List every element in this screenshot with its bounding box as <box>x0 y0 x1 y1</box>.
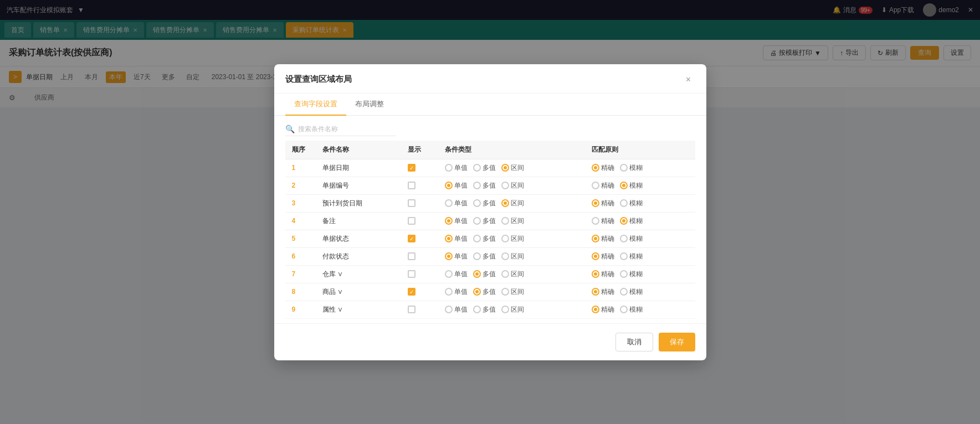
conditions-table: 顺序 条件名称 显示 条件类型 匹配原则 1单据日期✓单值多值区间精确模糊2单据… <box>285 141 695 323</box>
search-icon: 🔍 <box>285 125 295 133</box>
type-option-单值[interactable]: 单值 <box>445 163 468 173</box>
radio-circle <box>620 164 628 172</box>
show-checkbox[interactable]: ✓ <box>408 164 415 172</box>
type-option-单值[interactable]: 单值 <box>445 287 468 297</box>
type-option-多值[interactable]: 多值 <box>473 252 496 261</box>
show-checkbox[interactable] <box>408 182 415 189</box>
cell-show: ✓ <box>401 283 438 301</box>
match-option-精确[interactable]: 精确 <box>592 323 614 323</box>
radio-circle <box>473 164 481 172</box>
match-option-模糊[interactable]: 模糊 <box>620 323 643 323</box>
match-option-模糊[interactable]: 模糊 <box>620 181 643 190</box>
cell-type: 单值多值区间 <box>438 177 585 194</box>
cell-name: 有无商品图片 <box>316 318 402 323</box>
radio-label: 模糊 <box>629 252 643 261</box>
match-option-模糊[interactable]: 模糊 <box>620 234 643 244</box>
cell-order: 7 <box>285 265 316 283</box>
modal-tab-layout[interactable]: 布局调整 <box>346 94 393 116</box>
radio-label: 区间 <box>511 287 524 297</box>
radio-circle <box>445 217 453 225</box>
type-option-单值[interactable]: 单值 <box>445 305 468 314</box>
match-option-精确[interactable]: 精确 <box>592 181 614 190</box>
show-checkbox[interactable]: ✓ <box>408 235 415 242</box>
search-input-wrap: 🔍 <box>285 122 396 136</box>
type-option-区间[interactable]: 区间 <box>501 181 524 190</box>
modal-tab-query-fields[interactable]: 查询字段设置 <box>285 94 346 116</box>
match-option-模糊[interactable]: 模糊 <box>620 216 643 226</box>
match-option-精确[interactable]: 精确 <box>592 270 614 279</box>
show-checkbox[interactable]: ✓ <box>408 288 415 296</box>
type-option-单值[interactable]: 单值 <box>445 252 468 261</box>
match-option-精确[interactable]: 精确 <box>592 199 614 208</box>
show-checkbox[interactable] <box>408 199 415 207</box>
type-option-区间[interactable]: 区间 <box>501 199 524 208</box>
radio-circle <box>501 306 509 313</box>
cell-name: 属性 ∨ <box>316 301 402 318</box>
show-checkbox[interactable] <box>408 217 415 225</box>
match-option-模糊[interactable]: 模糊 <box>620 252 643 261</box>
radio-label: 单值 <box>454 287 468 297</box>
modal-search-area: 🔍 <box>274 116 706 141</box>
radio-label: 精确 <box>601 287 614 297</box>
type-option-多值[interactable]: 多值 <box>473 234 496 244</box>
match-option-精确[interactable]: 精确 <box>592 163 614 173</box>
cell-match: 精确模糊 <box>585 301 695 318</box>
type-option-多值[interactable]: 多值 <box>473 270 496 279</box>
radio-label: 区间 <box>511 323 524 323</box>
match-option-模糊[interactable]: 模糊 <box>620 287 643 297</box>
type-option-多值[interactable]: 多值 <box>473 287 496 297</box>
type-option-区间[interactable]: 区间 <box>501 287 524 297</box>
cell-match: 精确模糊 <box>585 318 695 323</box>
type-option-多值[interactable]: 多值 <box>473 323 496 323</box>
type-option-单值[interactable]: 单值 <box>445 199 468 208</box>
match-option-模糊[interactable]: 模糊 <box>620 199 643 208</box>
modal-tab-layout-label: 布局调整 <box>355 100 384 108</box>
modal-tab-query-fields-label: 查询字段设置 <box>294 100 337 108</box>
show-checkbox[interactable] <box>408 306 415 313</box>
match-option-模糊[interactable]: 模糊 <box>620 163 643 173</box>
type-option-单值[interactable]: 单值 <box>445 181 468 190</box>
radio-circle <box>445 182 453 189</box>
cell-type: 单值多值区间 <box>438 194 585 212</box>
match-option-精确[interactable]: 精确 <box>592 287 614 297</box>
type-option-区间[interactable]: 区间 <box>501 234 524 244</box>
type-option-多值[interactable]: 多值 <box>473 305 496 314</box>
type-option-区间[interactable]: 区间 <box>501 163 524 173</box>
match-option-精确[interactable]: 精确 <box>592 216 614 226</box>
table-row: 10有无商品图片单值多值区间精确模糊 <box>285 318 695 323</box>
type-option-多值[interactable]: 多值 <box>473 163 496 173</box>
type-option-单值[interactable]: 单值 <box>445 216 468 226</box>
type-option-多值[interactable]: 多值 <box>473 181 496 190</box>
radio-label: 精确 <box>601 234 614 244</box>
modal-close-button[interactable]: × <box>682 73 695 86</box>
show-checkbox[interactable] <box>408 252 415 260</box>
th-type: 条件类型 <box>438 141 585 159</box>
save-button[interactable]: 保存 <box>659 333 695 351</box>
cancel-button[interactable]: 取消 <box>615 333 653 351</box>
radio-label: 多值 <box>483 216 496 226</box>
type-option-区间[interactable]: 区间 <box>501 252 524 261</box>
radio-label: 模糊 <box>629 323 643 323</box>
match-option-模糊[interactable]: 模糊 <box>620 305 643 314</box>
radio-label: 多值 <box>483 163 496 173</box>
type-option-区间[interactable]: 区间 <box>501 270 524 279</box>
type-option-单值[interactable]: 单值 <box>445 270 468 279</box>
th-order: 顺序 <box>285 141 316 159</box>
match-option-模糊[interactable]: 模糊 <box>620 270 643 279</box>
type-option-区间[interactable]: 区间 <box>501 323 524 323</box>
type-option-区间[interactable]: 区间 <box>501 216 524 226</box>
type-option-单值[interactable]: 单值 <box>445 234 468 244</box>
match-option-精确[interactable]: 精确 <box>592 305 614 314</box>
radio-label: 多值 <box>483 199 496 208</box>
type-option-多值[interactable]: 多值 <box>473 216 496 226</box>
type-option-多值[interactable]: 多值 <box>473 199 496 208</box>
type-option-单值[interactable]: 单值 <box>445 323 468 323</box>
match-option-精确[interactable]: 精确 <box>592 252 614 261</box>
type-option-区间[interactable]: 区间 <box>501 305 524 314</box>
match-option-精确[interactable]: 精确 <box>592 234 614 244</box>
radio-label: 精确 <box>601 323 614 323</box>
radio-circle <box>620 217 628 225</box>
show-checkbox[interactable] <box>408 270 415 278</box>
search-input[interactable] <box>298 125 387 133</box>
cell-order: 8 <box>285 283 316 301</box>
